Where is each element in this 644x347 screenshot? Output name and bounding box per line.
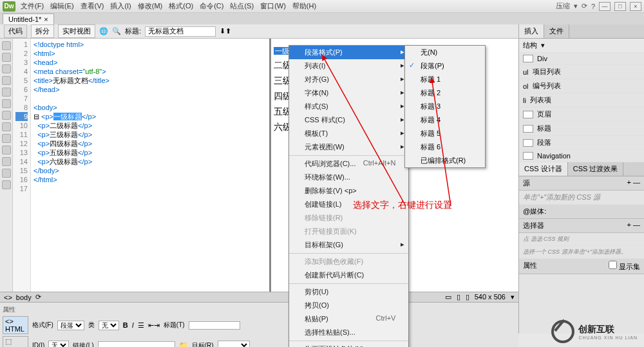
bold-button[interactable]: B (123, 321, 128, 329)
tool-icon[interactable] (2, 169, 11, 178)
tool-icon[interactable] (2, 145, 11, 155)
minimize-button[interactable]: — (599, 2, 611, 11)
menu-site[interactable]: 站点(S) (230, 1, 254, 11)
sub-h3[interactable]: 标题 3 (405, 100, 485, 113)
menu-edit[interactable]: 编辑(E) (50, 1, 74, 11)
ctx-wrap-tag[interactable]: 环绕标签(W)... (289, 171, 408, 184)
title-input2[interactable] (189, 321, 240, 330)
device-phone-icon[interactable]: ▯ (466, 293, 469, 301)
file-tab[interactable]: Untitled-1* × (3, 14, 54, 24)
close-tab-icon[interactable]: × (44, 15, 48, 23)
menu-insert[interactable]: 插入(I) (110, 1, 131, 11)
close-button[interactable]: × (630, 2, 641, 11)
css-inspector[interactable]: ⬚ CSS (3, 336, 28, 347)
insert-li[interactable]: li列表项 (519, 93, 644, 108)
ctx-css-style[interactable]: CSS 样式(C) (289, 113, 408, 127)
ctx-remove-tag[interactable]: 删除标签(V) <p> (289, 184, 408, 198)
italic-button[interactable]: I (132, 321, 134, 329)
insert-p[interactable]: 段落 (519, 136, 644, 150)
layout-dropdown[interactable]: 压缩 (556, 1, 570, 11)
ctx-paste-special[interactable]: 选择性粘贴(S)... (289, 326, 408, 339)
insert-ul[interactable]: ul项目列表 (519, 65, 644, 79)
tag-selector-icon[interactable]: <> (4, 294, 12, 301)
tab-css-designer[interactable]: CSS 设计器 (519, 162, 568, 176)
sub-h6[interactable]: 标题 6 (405, 140, 485, 154)
tab-files[interactable]: 文件 (544, 24, 569, 38)
menu-commands[interactable]: 命令(C) (200, 1, 223, 11)
link-folder-icon[interactable]: 📁 (179, 341, 188, 347)
css-media[interactable]: @媒体: (519, 205, 644, 219)
ctx-paste[interactable]: 粘贴(P)Ctrl+V (289, 312, 408, 326)
tag-refresh-icon[interactable]: ⟳ (35, 293, 41, 301)
insert-div[interactable]: Div (519, 53, 644, 65)
ctx-template[interactable]: 模板(T) (289, 127, 408, 140)
sub-paragraph[interactable]: ✓段落(P) (405, 59, 485, 73)
id-select[interactable]: 无 (48, 341, 69, 347)
ctx-target-frame[interactable]: 目标框架(G) (289, 238, 408, 252)
menu-window[interactable]: 窗口(W) (260, 1, 286, 11)
tool-icon[interactable] (2, 41, 11, 50)
menu-view[interactable]: 查看(V) (80, 1, 104, 11)
device-desktop-icon[interactable]: ▭ (445, 293, 451, 301)
insert-heading[interactable]: 标题 (519, 122, 644, 136)
sub-h1[interactable]: 标题 1 (405, 73, 485, 86)
help-icon[interactable]: ? (591, 3, 595, 10)
ctx-element-view[interactable]: 元素视图(W) (289, 140, 408, 154)
ctx-cut[interactable]: 剪切(U) (289, 285, 408, 299)
css-sources[interactable]: 源+ — (519, 176, 644, 191)
tool-icon[interactable] (2, 76, 11, 85)
tool-icon[interactable] (2, 53, 11, 62)
tool-icon[interactable] (2, 111, 11, 120)
menu-modify[interactable]: 修改(M) (138, 1, 163, 11)
ctx-align[interactable]: 对齐(G) (289, 73, 408, 86)
sub-preformatted[interactable]: 已编排格式(R) (405, 154, 485, 167)
ctx-copy[interactable]: 拷贝(O) (289, 299, 408, 312)
code-view-button[interactable]: 代码 (4, 24, 27, 38)
ctx-new-snippet[interactable]: 创建新代码片断(C) (289, 268, 408, 282)
menu-format[interactable]: 格式(O) (169, 1, 193, 11)
menu-help[interactable]: 帮助(H) (292, 1, 316, 11)
sync-icon[interactable]: ⟳ (582, 2, 587, 10)
showset-checkbox[interactable] (609, 261, 617, 269)
tool-icon[interactable] (2, 134, 11, 143)
class-select[interactable]: 无 (99, 321, 119, 330)
ctx-design-notes[interactable]: 为页面设计备注(N)... (289, 342, 408, 347)
add-icon[interactable]: + — (627, 221, 640, 230)
ctx-font[interactable]: 字体(N) (289, 86, 408, 100)
tool-icon[interactable] (2, 157, 11, 166)
link-input[interactable] (98, 341, 175, 347)
globe-icon[interactable]: 🌐 (99, 27, 108, 35)
insert-header[interactable]: 页眉 (519, 108, 644, 122)
sub-h2[interactable]: 标题 2 (405, 86, 485, 100)
structure-dropdown[interactable]: 结构 (523, 41, 537, 50)
tool-icon[interactable] (2, 64, 11, 73)
tool-icon[interactable] (2, 180, 11, 189)
target-select[interactable] (218, 341, 250, 347)
inspect-icon[interactable]: 🔍 (112, 27, 121, 35)
tag-body[interactable]: body (16, 294, 32, 301)
split-view-button[interactable]: 拆分 (31, 24, 54, 38)
refresh-icon[interactable]: ⬇⬆ (220, 27, 231, 35)
maximize-button[interactable]: □ (614, 2, 626, 11)
insert-ol[interactable]: ol编号列表 (519, 79, 644, 93)
ctx-code-navigator[interactable]: 代码浏览器(C)...Ctrl+Alt+N (289, 157, 408, 171)
format-select[interactable]: 段落 (57, 321, 84, 330)
insert-nav[interactable]: Navigation (519, 150, 644, 162)
device-tablet-icon[interactable]: ▯ (457, 293, 460, 301)
sub-h5[interactable]: 标题 5 (405, 127, 485, 140)
html-inspector[interactable]: <> HTML (3, 316, 28, 334)
live-view-button[interactable]: 实时视图 (58, 24, 95, 38)
tab-insert[interactable]: 插入 (519, 24, 544, 38)
add-icon[interactable]: + — (627, 178, 640, 188)
tab-css-transitions[interactable]: CSS 过渡效果 (568, 162, 624, 176)
css-properties[interactable]: 属性 显示集 (519, 259, 644, 274)
menu-file[interactable]: 文件(F) (21, 1, 44, 11)
css-selector[interactable]: 选择器+ — (519, 219, 644, 233)
code-editor[interactable]: <!doctype html> <html> <head> <meta char… (31, 39, 269, 296)
tool-icon[interactable] (2, 88, 11, 97)
sub-none[interactable]: 无(N) (405, 46, 485, 59)
indent-icon[interactable]: ⇤⇥ (148, 321, 160, 330)
ctx-paragraph-format[interactable]: 段落格式(P) (289, 46, 408, 59)
tool-icon[interactable] (2, 99, 11, 108)
tool-icon[interactable] (2, 122, 11, 131)
